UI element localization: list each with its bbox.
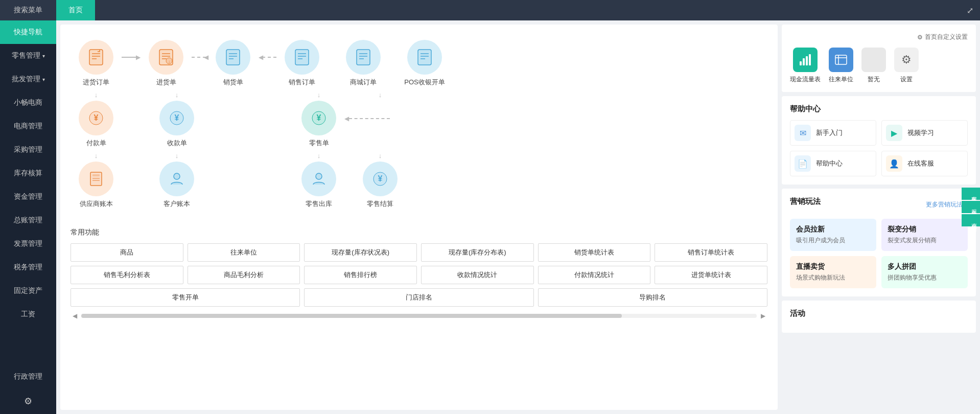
help-item-online-service[interactable]: 👤 在线客服 (881, 151, 968, 176)
scroll-left-btn[interactable]: ◀ (71, 312, 79, 319)
flow-node-sales-order[interactable]: 销售订单 (276, 40, 328, 87)
sidebar-item-tax[interactable]: 税务管理 (0, 256, 56, 279)
common-func-title: 常用功能 (71, 228, 767, 237)
sidebar-item-ledger[interactable]: 总账管理 (0, 209, 56, 232)
customize-homepage-btn[interactable]: ⚙ 首页自定义设置 (917, 33, 968, 41)
func-btn-salesorder-stat[interactable]: 销售订单统计表 (655, 243, 767, 262)
help-item-label: 新手入门 (816, 128, 843, 137)
func-btn-sales-rank[interactable]: 销售排行榜 (304, 266, 417, 284)
beginner-icon: ✉ (795, 125, 811, 141)
node-label: POS收银开单 (404, 78, 445, 87)
search-menu-button[interactable]: 搜索菜单 (0, 0, 56, 20)
quick-icon-partners[interactable]: 往来单位 (829, 48, 853, 84)
flow-node-sales[interactable]: 销货单 (207, 40, 259, 87)
sidebar-item-label: 批发管理 (12, 75, 40, 84)
sidebar-item-label: 总账管理 (14, 216, 42, 225)
marketing-item-title: 裂变分销 (888, 225, 962, 234)
func-btn-partners[interactable]: 往来单位 (188, 243, 300, 262)
flow-node-purchase[interactable]: ↓ 进货单 (141, 40, 192, 87)
help-grid: ✉ 新手入门 ▶ 视频学习 📄 帮助中心 👤 (790, 120, 968, 176)
func-btn-retail-order[interactable]: 零售开单 (71, 288, 300, 307)
sidebar-item-label: 小畅电商 (14, 98, 42, 107)
node-label: 收款单 (167, 139, 187, 148)
func-btn-purchase-stat[interactable]: 进货单统计表 (655, 266, 767, 284)
flow-node-pos[interactable]: POS收银开单 (399, 40, 450, 87)
flow-node-retail-bill[interactable]: ¥ 零售单 (293, 101, 344, 148)
sidebar-item-invoice[interactable]: 发票管理 (0, 232, 56, 256)
flow-node-receipt[interactable]: ¥ 收款单 (151, 101, 202, 148)
sidebar-item-finance[interactable]: 资金管理 (0, 185, 56, 209)
sidebar-item-quicknav[interactable]: 快捷导航 (0, 20, 56, 44)
svg-rect-32 (90, 172, 102, 186)
flow-node-payment[interactable]: ¥ 付款单 (71, 101, 122, 148)
scroll-bar: ◀ ▶ (71, 311, 767, 321)
marketing-item-member[interactable]: 会员拉新 吸引用户成为会员 (790, 219, 876, 251)
svg-rect-42 (806, 56, 808, 65)
help-item-beginner[interactable]: ✉ 新手入门 (790, 120, 876, 146)
marketing-item-live[interactable]: 直播卖货 场景式购物新玩法 (790, 256, 876, 288)
flow-node-retail-out[interactable]: 零售出库 (293, 162, 344, 209)
func-btn-store-rank[interactable]: 门店排名 (304, 288, 533, 307)
help-center-title: 帮助中心 (790, 104, 968, 114)
node-label: 销货单 (223, 78, 243, 87)
fullscreen-icon[interactable]: ⤢ (960, 0, 980, 20)
marketing-item-groupbuy[interactable]: 多人拼团 拼团购物享受优惠 (881, 256, 968, 288)
help-item-video[interactable]: ▶ 视频学习 (881, 120, 968, 146)
sidebar-item-purchase[interactable]: 采购管理 (0, 138, 56, 162)
sidebar-item-admin[interactable]: 行政管理 (0, 365, 56, 388)
func-btn-stock-status[interactable]: 现存量(库存状况表) (304, 243, 417, 262)
quick-icon-cashflow[interactable]: 现金流量表 (790, 48, 821, 84)
partners-icon-box (829, 48, 853, 72)
scroll-right-btn[interactable]: ▶ (759, 312, 767, 319)
func-btn-sales-stat[interactable]: 销货单统计表 (538, 243, 651, 262)
float-btn-community[interactable]: 服务社区 (962, 201, 980, 213)
svg-text:¥: ¥ (94, 113, 99, 122)
sidebar-item-assets[interactable]: 固定资产 (0, 279, 56, 303)
float-btn-service[interactable]: 客服热线 (962, 188, 980, 200)
sidebar-item-ecom-small[interactable]: 小畅电商 (0, 91, 56, 114)
quick-icon-settings[interactable]: ⚙ 设置 (894, 48, 919, 84)
func-btn-goods-margin[interactable]: 商品毛利分析 (188, 266, 300, 284)
func-btn-guide-rank[interactable]: 导购排名 (538, 288, 767, 307)
activities-section: 活动 (782, 301, 976, 333)
help-item-label: 在线客服 (907, 159, 934, 168)
sidebar-item-wholesale[interactable]: 批发管理 ▾ (0, 67, 56, 91)
flow-node-mall-order[interactable]: 商城订单 (338, 40, 389, 87)
func-btn-sales-margin[interactable]: 销售毛利分析表 (71, 266, 183, 284)
quick-icons-list: 现金流量表 往来单位 (790, 48, 968, 84)
flow-node-supplier-account[interactable]: 供应商账本 (71, 162, 122, 209)
flow-node-customer-account[interactable]: 客户账本 (151, 162, 202, 209)
sidebar-bottom: 行政管理 ⚙ (0, 365, 56, 414)
node-label: 商城订单 (350, 78, 377, 87)
sidebar-item-inventory[interactable]: 库存核算 (0, 162, 56, 185)
marketing-item-title: 会员拉新 (796, 225, 870, 234)
func-buttons-row2: 销售毛利分析表 商品毛利分析 销售排行榜 收款情况统计 付款情况统计 进货单统计… (71, 266, 767, 284)
tab-home[interactable]: 首页 (56, 0, 95, 20)
help-center: 帮助中心 ✉ 新手入门 ▶ 视频学习 📄 帮助中心 (782, 96, 976, 185)
func-btn-stock-dist[interactable]: 现存量(库存分布表) (421, 243, 534, 262)
svg-rect-41 (803, 58, 805, 65)
sidebar-item-payroll[interactable]: 工资 (0, 303, 56, 326)
marketing-item-desc: 场景式购物新玩法 (796, 273, 870, 282)
help-item-helpcenter[interactable]: 📄 帮助中心 (790, 151, 876, 176)
quick-icon-none[interactable]: 暂无 (861, 48, 886, 84)
content-split: 进货订单 ▶ (56, 20, 980, 414)
sidebar-item-retail[interactable]: 零售管理 ▾ (0, 44, 56, 67)
marketing-title: 营销玩法 (790, 197, 821, 206)
func-btn-goods[interactable]: 商品 (71, 243, 183, 262)
sidebar-settings-icon[interactable]: ⚙ (0, 388, 56, 414)
node-label: 供应商账本 (80, 199, 113, 209)
marketing-item-fission[interactable]: 裂变分销 裂变式发展分销商 (881, 219, 968, 251)
float-btn-desktop[interactable]: 桌面快捷 (962, 214, 980, 226)
func-btn-payment-stat[interactable]: 付款情况统计 (538, 266, 651, 284)
flow-node-purchase-order[interactable]: 进货订单 (71, 40, 122, 87)
quick-icon-label: 暂无 (868, 75, 880, 84)
quick-icon-label: 往来单位 (829, 75, 853, 84)
func-btn-receipt-stat[interactable]: 收款情况统计 (421, 266, 534, 284)
quick-icon-label: 设置 (900, 75, 913, 84)
activities-title: 活动 (790, 309, 968, 318)
flow-node-retail-settle[interactable]: ¥ 零售结算 (355, 162, 406, 209)
scroll-track[interactable] (81, 314, 757, 318)
sidebar-item-ecom-mgr[interactable]: 电商管理 (0, 114, 56, 138)
sidebar: 快捷导航 零售管理 ▾ 批发管理 ▾ 小畅电商 电商管理 采购管理 库存核算 资… (0, 20, 56, 414)
